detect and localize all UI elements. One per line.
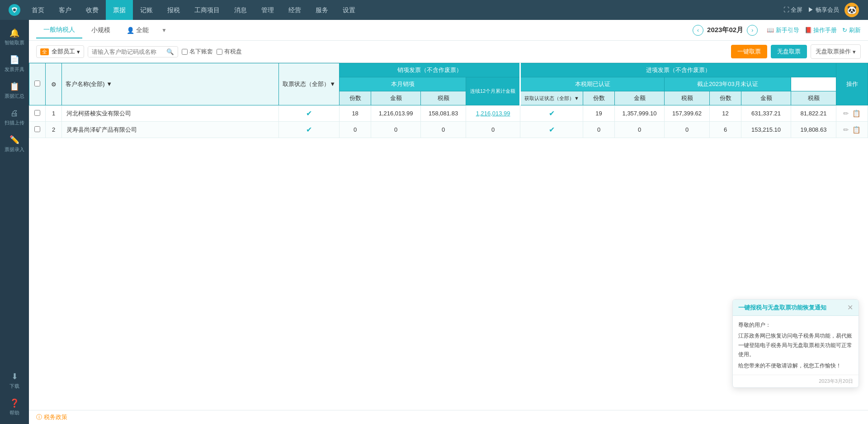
- notif-close-btn[interactable]: ✕: [847, 303, 853, 312]
- row-period-num: 0: [583, 122, 615, 138]
- sidebar-label-smart-invoice: 智能取票: [5, 40, 24, 46]
- notif-date: 2023年3月20日: [819, 378, 853, 384]
- nav-invoices[interactable]: 票据: [106, 0, 133, 20]
- notif-footer: 2023年3月20日: [733, 375, 859, 387]
- fullscreen-btn[interactable]: ⛶ 全屏: [783, 6, 803, 14]
- date-next-btn[interactable]: ›: [747, 25, 758, 36]
- no-disk-ops-btn[interactable]: 无盘取票操作 ▾: [811, 44, 861, 59]
- member-btn[interactable]: ▶ 畅享会员: [808, 6, 839, 14]
- nav-service[interactable]: 服务: [308, 0, 335, 20]
- row-customer-name: 灵寿县尚泽矿产品有限公司: [62, 122, 279, 138]
- th-num-period: 份数: [583, 91, 615, 105]
- nav-settings[interactable]: 设置: [335, 0, 363, 20]
- checkbox-my-accounts-input[interactable]: [182, 49, 188, 55]
- nav-admin[interactable]: 管理: [254, 0, 281, 20]
- no-disk-fetch-btn[interactable]: 无盘取票: [771, 45, 807, 58]
- nav-business[interactable]: 工商项目: [187, 0, 227, 20]
- bottom-bar: ⓘ 税务政策: [29, 410, 868, 424]
- download-icon: ⬇: [11, 372, 18, 381]
- refresh-btn[interactable]: ↻ 刷新: [842, 26, 861, 34]
- manual-btn[interactable]: 📕 操作手册: [805, 26, 837, 34]
- th-action: 操作: [836, 63, 868, 105]
- edit-icon[interactable]: ✏: [843, 110, 849, 117]
- sidebar-label-scan-upload: 扫描上传: [5, 120, 24, 126]
- invoice-entry-icon: ✏️: [9, 135, 19, 145]
- tab-small-scale[interactable]: 小规模: [84, 23, 118, 38]
- th-month-sales: 本月销项: [340, 77, 466, 91]
- sidebar-item-smart-invoice[interactable]: 🔔 智能取票: [1, 24, 28, 49]
- nav-clients[interactable]: 客户: [52, 0, 79, 20]
- checkbox-tax-disk-input[interactable]: [217, 49, 222, 55]
- th-period-cert: 本税期已认证: [520, 77, 665, 91]
- one-key-fetch-btn[interactable]: 一键取票: [731, 45, 767, 58]
- tab-all[interactable]: 👤 全能: [119, 23, 156, 38]
- employee-filter[interactable]: 全 全部员工 ▾: [36, 45, 84, 58]
- tab-more-btn[interactable]: ▼: [158, 25, 170, 35]
- checkbox-tax-disk[interactable]: 有税盘: [217, 48, 242, 56]
- search-btn[interactable]: 🔍: [163, 47, 178, 57]
- nav-bookkeeping[interactable]: 记账: [133, 0, 160, 20]
- new-guide-btn[interactable]: 📖 新手引导: [767, 26, 799, 34]
- row-until-amount: 153,215.10: [741, 122, 791, 138]
- row-check-input[interactable]: [34, 126, 40, 132]
- nav-message[interactable]: 消息: [227, 0, 254, 20]
- scan-upload-icon: 🖨: [10, 109, 19, 118]
- nav-home[interactable]: 首页: [24, 0, 52, 20]
- date-prev-btn[interactable]: ‹: [693, 25, 703, 36]
- nav-fees[interactable]: 收费: [79, 0, 106, 20]
- sidebar-item-invoice-entry[interactable]: ✏️ 票据录入: [1, 131, 28, 156]
- th-sales-status: 取票状态（全部）▼: [279, 63, 340, 105]
- row-period-tax: 0: [665, 122, 710, 138]
- main-nav: 首页 客户 收费 票据 记账 报税 工商项目 消息 管理 经营 服务 设置: [24, 0, 783, 20]
- sales-status-check-icon: ✔: [306, 110, 312, 117]
- sidebar-bottom: ⬇ 下载 ❓ 帮助: [1, 368, 28, 424]
- sidebar-item-scan-upload[interactable]: 🖨 扫描上传: [1, 105, 28, 129]
- cumul-link[interactable]: 1,216,013.99: [476, 110, 510, 117]
- cumul-link: 0: [491, 126, 495, 133]
- th-cert-status: 获取认证状态（全部）▼: [520, 91, 583, 105]
- row-cumul-amount: 1,216,013.99: [466, 105, 520, 122]
- th-tax-until: 税额: [791, 91, 836, 105]
- nav-ops[interactable]: 经营: [281, 0, 308, 20]
- table-row: 1 河北柯搭梭实业有限公司 ✔ 18 1,216,013.99 158,081.…: [29, 105, 868, 122]
- sidebar-label-help: 帮助: [9, 410, 19, 416]
- row-period-amount: 1,357,999.10: [615, 105, 665, 122]
- row-index: 2: [46, 122, 62, 138]
- row-sales-amount: 0: [371, 122, 421, 138]
- notif-greeting: 尊敬的用户：: [738, 320, 853, 329]
- sidebar-item-help[interactable]: ❓ 帮助: [1, 395, 28, 419]
- row-cert-status: ✔: [520, 105, 583, 122]
- select-all-checkbox[interactable]: [34, 81, 40, 86]
- row-sales-num: 18: [340, 105, 371, 122]
- th-amount-sales: 金额: [371, 91, 421, 105]
- nav-tax[interactable]: 报税: [160, 0, 187, 20]
- sales-status-check-icon: ✔: [306, 126, 312, 133]
- svg-point-1: [13, 9, 16, 11]
- notif-header: 一键报税与无盘取票功能恢复通知 ✕: [733, 300, 859, 316]
- th-customer-name: 客户名称(全部) ▼: [62, 63, 279, 105]
- sidebar-item-issue-invoice[interactable]: 📄 发票开具: [1, 51, 28, 76]
- cert-status-check-icon: ✔: [549, 126, 555, 133]
- search-input[interactable]: [88, 47, 163, 57]
- user-avatar[interactable]: 🐼: [844, 3, 859, 17]
- row-period-num: 19: [583, 105, 615, 122]
- row-check-input[interactable]: [34, 110, 40, 116]
- detail-icon[interactable]: 📋: [852, 126, 861, 133]
- row-checkbox: [29, 105, 46, 122]
- th-num-sales: 份数: [340, 91, 371, 105]
- top-nav: 首页 客户 收费 票据 记账 报税 工商项目 消息 管理 经营 服务 设置 ⛶ …: [0, 0, 868, 20]
- row-until-tax: 81,822.21: [791, 105, 836, 122]
- checkbox-my-accounts[interactable]: 名下账套: [182, 48, 213, 56]
- sidebar-label-invoice-summary: 票据汇总: [5, 93, 24, 99]
- row-period-amount: 0: [615, 122, 665, 138]
- row-sales-status: ✔: [279, 105, 340, 122]
- tab-general-taxpayer[interactable]: 一般纳税人: [36, 22, 82, 38]
- table-row: 2 灵寿县尚泽矿产品有限公司 ✔ 0 0 0 0 ✔ 0 0 0 6 153,2…: [29, 122, 868, 138]
- tax-policy-link[interactable]: ⓘ 税务政策: [36, 413, 67, 421]
- tab-actions: 📖 新手引导 📕 操作手册 ↻ 刷新: [767, 26, 861, 34]
- detail-icon[interactable]: 📋: [852, 110, 861, 117]
- sidebar-item-download[interactable]: ⬇ 下载: [1, 368, 28, 393]
- edit-icon[interactable]: ✏: [843, 126, 849, 133]
- cert-status-check-icon: ✔: [549, 110, 555, 117]
- sidebar-item-invoice-summary[interactable]: 📋 票据汇总: [1, 78, 28, 103]
